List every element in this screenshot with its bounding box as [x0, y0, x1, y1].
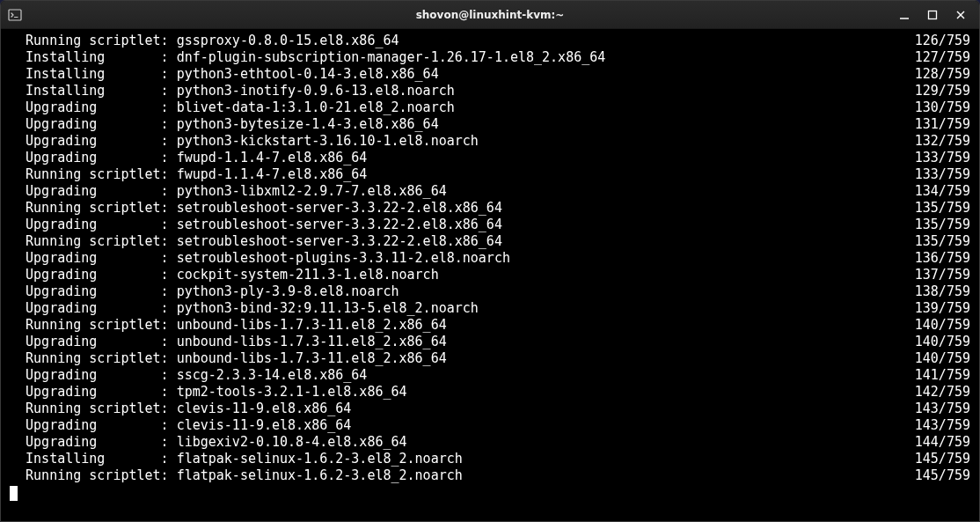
output-line: Upgrading : sscg-2.3.3-14.el8.x86_64141/…	[10, 367, 972, 384]
line-left: Installing : python3-inotify-0.9.6-13.el…	[10, 83, 455, 99]
terminal-output[interactable]: Running scriptlet: gssproxy-0.8.0-15.el8…	[1, 29, 979, 521]
terminal-app-icon	[8, 8, 22, 22]
line-progress: 132/759	[915, 133, 972, 150]
output-line: Upgrading : python3-ply-3.9-8.el8.noarch…	[10, 283, 972, 300]
line-left: Running scriptlet: clevis-11-9.el8.x86_6…	[10, 401, 351, 417]
line-progress: 128/759	[915, 66, 972, 83]
line-left: Upgrading : python3-kickstart-3.16.10-1.…	[10, 133, 479, 150]
output-line: Running scriptlet: setroubleshoot-server…	[10, 233, 972, 250]
terminal-window: shovon@linuxhint-kvm:~ Running scriptlet…	[0, 0, 980, 522]
output-line: Upgrading : clevis-11-9.el8.x86_64143/75…	[10, 417, 972, 434]
output-line: Upgrading : python3-bytesize-1.4-3.el8.x…	[10, 116, 972, 133]
line-left: Upgrading : setroubleshoot-server-3.3.22…	[10, 217, 502, 233]
line-progress: 135/759	[915, 233, 972, 250]
titlebar[interactable]: shovon@linuxhint-kvm:~	[1, 1, 979, 29]
output-line: Installing : flatpak-selinux-1.6.2-3.el8…	[10, 451, 972, 467]
line-left: Upgrading : cockpit-system-211.3-1.el8.n…	[10, 267, 439, 283]
line-progress: 145/759	[915, 467, 972, 484]
line-progress: 138/759	[915, 283, 972, 300]
line-left: Upgrading : python3-ply-3.9-8.el8.noarch	[10, 283, 399, 300]
line-progress: 134/759	[915, 183, 972, 200]
minimize-button[interactable]	[898, 9, 911, 21]
line-left: Upgrading : python3-bind-32:9.11.13-5.el…	[10, 300, 479, 317]
line-left: Installing : dnf-plugin-subscription-man…	[10, 49, 605, 66]
output-line: Upgrading : setroubleshoot-server-3.3.22…	[10, 217, 972, 233]
line-left: Running scriptlet: unbound-libs-1.7.3-11…	[10, 317, 447, 334]
line-left: Upgrading : libgexiv2-0.10.8-4.el8.x86_6…	[10, 434, 407, 451]
line-progress: 139/759	[915, 300, 972, 317]
line-progress: 127/759	[915, 49, 972, 66]
line-left: Upgrading : python3-libxml2-2.9.7-7.el8.…	[10, 183, 447, 200]
output-line: Upgrading : unbound-libs-1.7.3-11.el8_2.…	[10, 334, 972, 350]
line-progress: 135/759	[915, 200, 972, 217]
output-line: Running scriptlet: setroubleshoot-server…	[10, 200, 972, 217]
output-line: Installing : python3-ethtool-0.14-3.el8.…	[10, 66, 972, 83]
svg-rect-3	[929, 11, 937, 18]
output-line: Running scriptlet: flatpak-selinux-1.6.2…	[10, 467, 972, 484]
line-progress: 145/759	[915, 451, 972, 467]
line-progress: 129/759	[915, 83, 972, 99]
line-left: Upgrading : fwupd-1.1.4-7.el8.x86_64	[10, 150, 367, 166]
line-left: Running scriptlet: unbound-libs-1.7.3-11…	[10, 350, 447, 367]
line-left: Upgrading : blivet-data-1:3.1.0-21.el8_2…	[10, 99, 455, 116]
line-left: Installing : flatpak-selinux-1.6.2-3.el8…	[10, 451, 463, 467]
line-left: Upgrading : sscg-2.3.3-14.el8.x86_64	[10, 367, 367, 384]
line-left: Running scriptlet: setroubleshoot-server…	[10, 233, 502, 250]
line-progress: 141/759	[915, 367, 972, 384]
output-line: Upgrading : libgexiv2-0.10.8-4.el8.x86_6…	[10, 434, 972, 451]
line-progress: 130/759	[915, 99, 972, 116]
output-line: Upgrading : blivet-data-1:3.1.0-21.el8_2…	[10, 99, 972, 116]
output-line: Upgrading : setroubleshoot-plugins-3.3.1…	[10, 250, 972, 267]
line-progress: 140/759	[915, 350, 972, 367]
line-left: Running scriptlet: setroubleshoot-server…	[10, 200, 502, 217]
line-progress: 126/759	[915, 33, 972, 49]
output-line: Upgrading : python3-kickstart-3.16.10-1.…	[10, 133, 972, 150]
line-progress: 136/759	[915, 250, 972, 267]
close-button[interactable]	[954, 9, 967, 21]
maximize-button[interactable]	[926, 9, 939, 21]
line-progress: 133/759	[915, 166, 972, 183]
output-line: Installing : dnf-plugin-subscription-man…	[10, 49, 972, 66]
output-line: Running scriptlet: unbound-libs-1.7.3-11…	[10, 317, 972, 334]
output-line: Upgrading : fwupd-1.1.4-7.el8.x86_64133/…	[10, 150, 972, 166]
line-progress: 143/759	[915, 401, 972, 417]
output-line: Upgrading : python3-bind-32:9.11.13-5.el…	[10, 300, 972, 317]
window-title: shovon@linuxhint-kvm:~	[113, 9, 867, 21]
line-progress: 143/759	[915, 417, 972, 434]
output-line: Upgrading : cockpit-system-211.3-1.el8.n…	[10, 267, 972, 283]
output-line: Running scriptlet: gssproxy-0.8.0-15.el8…	[10, 33, 972, 49]
line-progress: 131/759	[915, 116, 972, 133]
line-left: Upgrading : unbound-libs-1.7.3-11.el8_2.…	[10, 334, 447, 350]
line-progress: 140/759	[915, 334, 972, 350]
line-left: Upgrading : setroubleshoot-plugins-3.3.1…	[10, 250, 510, 267]
line-left: Upgrading : clevis-11-9.el8.x86_64	[10, 417, 351, 434]
line-left: Installing : python3-ethtool-0.14-3.el8.…	[10, 66, 439, 83]
output-line: Running scriptlet: clevis-11-9.el8.x86_6…	[10, 401, 972, 417]
line-progress: 142/759	[915, 384, 972, 401]
line-left: Running scriptlet: flatpak-selinux-1.6.2…	[10, 467, 463, 484]
line-left: Running scriptlet: fwupd-1.1.4-7.el8.x86…	[10, 166, 367, 183]
output-line: Running scriptlet: unbound-libs-1.7.3-11…	[10, 350, 972, 367]
line-left: Upgrading : python3-bytesize-1.4-3.el8.x…	[10, 116, 439, 133]
output-line: Upgrading : tpm2-tools-3.2.1-1.el8.x86_6…	[10, 384, 972, 401]
line-progress: 133/759	[915, 150, 972, 166]
line-left: Running scriptlet: gssproxy-0.8.0-15.el8…	[10, 33, 399, 49]
output-line: Installing : python3-inotify-0.9.6-13.el…	[10, 83, 972, 99]
svg-rect-0	[9, 10, 21, 20]
output-line: Running scriptlet: fwupd-1.1.4-7.el8.x86…	[10, 166, 972, 183]
line-progress: 137/759	[915, 267, 972, 283]
line-progress: 144/759	[915, 434, 972, 451]
line-progress: 135/759	[915, 217, 972, 233]
line-left: Upgrading : tpm2-tools-3.2.1-1.el8.x86_6…	[10, 384, 407, 401]
output-line: Upgrading : python3-libxml2-2.9.7-7.el8.…	[10, 183, 972, 200]
cursor-line	[10, 484, 972, 501]
terminal-cursor	[10, 486, 18, 501]
line-progress: 140/759	[915, 317, 972, 334]
